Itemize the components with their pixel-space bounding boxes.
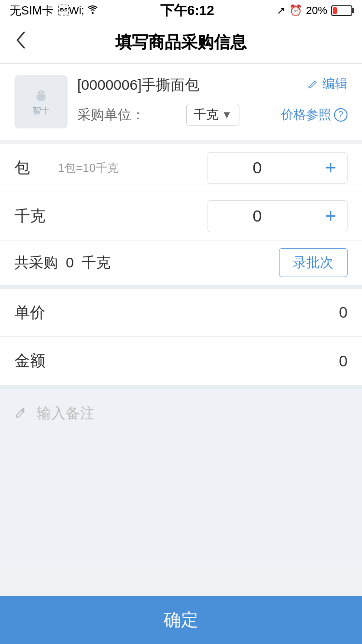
confirm-button[interactable]: 确定: [0, 596, 362, 644]
unit-label: 采购单位：: [77, 106, 145, 124]
product-name-row: [0000006]手撕面包 编辑: [77, 75, 348, 95]
brand-label: 智十: [32, 105, 50, 116]
price-amount-section: 单价 0 金额 0: [0, 289, 362, 389]
product-full-name: [0000006]手撕面包: [77, 75, 199, 95]
alarm-icon: ⏰: [289, 4, 302, 17]
kg-input-row: 千克 +: [0, 192, 362, 240]
amount-row: 金额 0: [0, 337, 362, 385]
page-title: 填写商品采购信息: [115, 31, 247, 54]
location-icon: ↗: [277, 4, 285, 17]
dropdown-arrow-icon: ▼: [222, 109, 232, 121]
summary-text: 共采购 0 千克: [14, 253, 111, 273]
price-reference-button[interactable]: 价格参照 ?: [281, 106, 348, 123]
amount-label: 金额: [14, 350, 45, 372]
bao-input-section: 包 1包=10千克 + 千克 +: [0, 144, 362, 240]
kg-plus-button[interactable]: +: [314, 200, 348, 232]
kg-input-right: +: [208, 200, 348, 232]
bao-sublabel: 1包=10千克: [58, 160, 119, 176]
nav-bar: 填写商品采购信息: [0, 21, 362, 64]
remark-section[interactable]: 输入备注: [0, 389, 362, 437]
carrier-text: 无SIM卡: [10, 3, 54, 18]
status-right: ↗ ⏰ 20%: [277, 4, 352, 17]
summary-value: 0: [66, 254, 74, 270]
kg-quantity-input[interactable]: [208, 200, 314, 232]
battery-percent: 20%: [306, 4, 327, 17]
bao-input-row: 包 1包=10千克 +: [0, 144, 362, 192]
amount-value: 0: [339, 352, 348, 370]
unit-select-dropdown[interactable]: 千克 ▼: [186, 104, 239, 126]
status-time: 下午6:12: [160, 1, 214, 20]
edit-button[interactable]: 编辑: [308, 75, 348, 92]
back-button[interactable]: [14, 30, 26, 54]
kg-label: 千克: [14, 206, 53, 227]
product-info: [0000006]手撕面包 编辑 采购单位： 千克 ▼ 价格参照 ?: [77, 75, 348, 126]
summary-row: 共采购 0 千克 录批次: [0, 240, 362, 289]
status-left: 无SIM卡 Wi;: [10, 3, 98, 18]
product-card: 智十 [0000006]手撕面包 编辑 采购单位： 千克 ▼: [0, 64, 362, 144]
price-ref-label: 价格参照: [281, 106, 331, 123]
product-image: 智十: [14, 75, 68, 128]
battery-fill: [333, 7, 337, 14]
unit-value: 千克: [194, 106, 219, 123]
content-area: 智十 [0000006]手撕面包 编辑 采购单位： 千克 ▼: [0, 64, 362, 563]
price-label: 单价: [14, 302, 45, 323]
price-row: 单价 0: [0, 289, 362, 337]
confirm-label: 确定: [164, 608, 198, 632]
bottom-spacer: [0, 437, 362, 563]
bao-plus-button[interactable]: +: [314, 152, 348, 184]
summary-unit: 千克: [82, 254, 111, 270]
bao-label: 包: [14, 157, 53, 179]
product-thumbnail: 智十: [22, 87, 60, 116]
remark-placeholder: 输入备注: [37, 404, 95, 423]
record-batch-button[interactable]: 录批次: [279, 248, 348, 277]
wifi-icon: Wi;: [58, 4, 98, 17]
summary-prefix: 共采购: [14, 254, 58, 270]
status-bar: 无SIM卡 Wi; 下午6:12 ↗ ⏰ 20%: [0, 0, 362, 21]
battery-icon: [331, 5, 352, 16]
unit-row: 采购单位： 千克 ▼ 价格参照 ?: [77, 104, 348, 126]
pencil-icon: [14, 405, 29, 422]
bao-quantity-input[interactable]: [208, 152, 314, 184]
bao-input-right: +: [208, 152, 348, 184]
help-icon: ?: [334, 108, 348, 122]
price-value: 0: [339, 304, 348, 322]
